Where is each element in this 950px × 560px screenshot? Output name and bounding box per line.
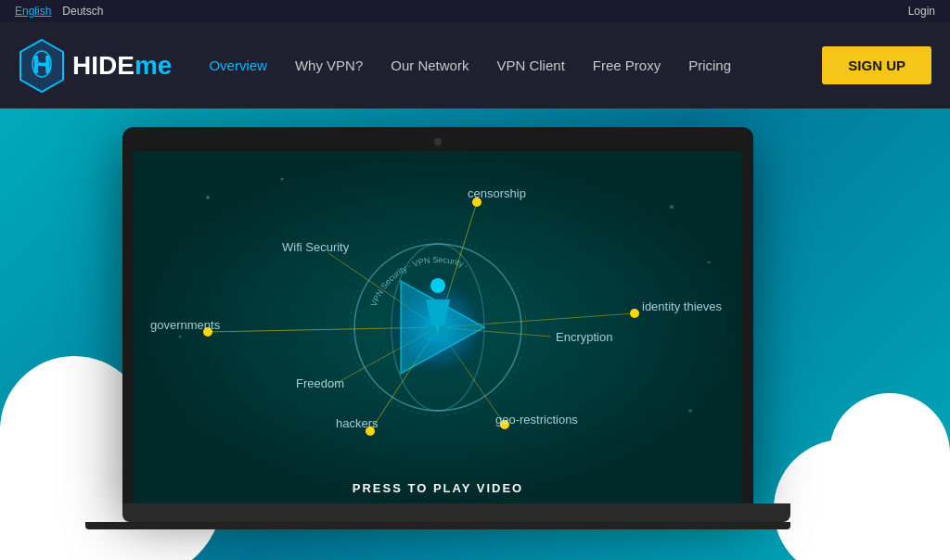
- svg-text:geo-restrictions: geo-restrictions: [495, 413, 578, 426]
- nav-free-proxy[interactable]: Free Proxy: [593, 57, 661, 73]
- nav-links: Overview Why VPN? Our Network VPN Client…: [209, 57, 822, 73]
- nav-our-network[interactable]: Our Network: [391, 57, 469, 73]
- svg-point-9: [688, 409, 692, 413]
- nav-overview[interactable]: Overview: [209, 57, 267, 73]
- language-bar: English Deutsch Login: [0, 0, 950, 22]
- svg-text:identity thieves: identity thieves: [642, 299, 722, 313]
- login-link[interactable]: Login: [908, 5, 935, 18]
- laptop-screen[interactable]: VPN Security · VPN Security · censorship…: [134, 151, 742, 503]
- svg-point-8: [179, 336, 182, 338]
- signup-button[interactable]: SIGN UP: [822, 46, 931, 84]
- svg-text:Wifi Security: Wifi Security: [282, 240, 350, 254]
- laptop-bottom: [85, 522, 790, 529]
- laptop: VPN Security · VPN Security · censorship…: [122, 127, 828, 529]
- svg-text:governments: governments: [150, 318, 221, 332]
- svg-rect-31: [428, 325, 436, 338]
- svg-rect-32: [439, 325, 447, 338]
- svg-text:Freedom: Freedom: [296, 376, 344, 390]
- svg-text:hackers: hackers: [336, 416, 379, 430]
- laptop-outer: VPN Security · VPN Security · censorship…: [122, 127, 753, 503]
- logo-icon: H: [19, 38, 65, 94]
- screen-content: VPN Security · VPN Security · censorship…: [134, 151, 742, 503]
- svg-point-6: [670, 205, 674, 209]
- lang-english[interactable]: English: [15, 5, 51, 18]
- svg-text:PRESS TO PLAY VIDEO: PRESS TO PLAY VIDEO: [353, 481, 523, 495]
- logo[interactable]: H HIDEme: [19, 38, 172, 94]
- logo-text: HIDEme: [72, 51, 172, 81]
- hero-section: VPN Security · VPN Security · censorship…: [0, 108, 950, 560]
- nav-pricing[interactable]: Pricing: [688, 57, 731, 73]
- svg-point-20: [630, 309, 639, 318]
- svg-point-5: [281, 178, 284, 181]
- screen-svg: VPN Security · VPN Security · censorship…: [134, 151, 742, 503]
- svg-point-29: [430, 278, 445, 293]
- navbar: H HIDEme Overview Why VPN? Our Network V…: [0, 22, 950, 108]
- svg-point-4: [206, 196, 210, 199]
- laptop-camera: [434, 138, 442, 146]
- nav-why-vpn[interactable]: Why VPN?: [295, 57, 363, 73]
- laptop-base: [122, 503, 790, 522]
- svg-text:Encryption: Encryption: [556, 330, 612, 344]
- svg-text:censorship: censorship: [468, 186, 526, 200]
- language-options: English Deutsch: [15, 5, 103, 18]
- lang-deutsch[interactable]: Deutsch: [62, 5, 103, 18]
- svg-point-7: [708, 261, 711, 264]
- nav-vpn-client[interactable]: VPN Client: [496, 57, 564, 73]
